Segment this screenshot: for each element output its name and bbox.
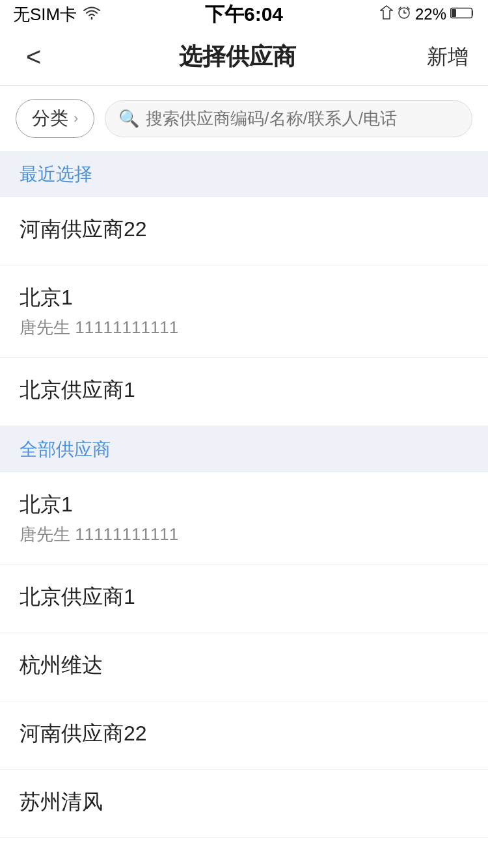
search-input[interactable] <box>146 109 459 129</box>
wifi-icon <box>82 5 102 25</box>
all-list-item[interactable]: 杭州维达 <box>0 633 488 701</box>
recent-list-item[interactable]: 河南供应商22 <box>0 197 488 265</box>
battery-text: 22% <box>415 5 446 23</box>
all-section-header: 全部供应商 <box>0 426 488 472</box>
battery-icon <box>450 5 475 23</box>
all-section-label: 全部供应商 <box>20 439 111 459</box>
all-list-item[interactable]: 苏州清风 <box>0 770 488 838</box>
item-name: 杭州维达 <box>20 651 468 680</box>
all-list-item[interactable]: 北京1唐先生 11111111111 <box>0 472 488 565</box>
location-icon <box>380 5 393 23</box>
svg-rect-2 <box>452 9 456 17</box>
category-button[interactable]: 分类 › <box>16 99 94 138</box>
item-name: 北京供应商1 <box>20 583 468 612</box>
status-time: 下午6:04 <box>205 1 283 28</box>
item-name: 河南供应商22 <box>20 720 468 748</box>
recent-list-item[interactable]: 北京1唐先生 11111111111 <box>0 265 488 358</box>
item-name: 河南供应商22 <box>20 215 468 244</box>
status-left: 无SIM卡 <box>13 3 102 26</box>
filter-bar: 分类 › 🔍 <box>0 86 488 151</box>
status-bar: 无SIM卡 下午6:04 22% <box>0 0 488 29</box>
new-action-button[interactable]: 新增 <box>427 43 468 72</box>
all-items-list: 北京1唐先生 11111111111北京供应商1杭州维达河南供应商22苏州清风 <box>0 472 488 838</box>
item-sub: 唐先生 11111111111 <box>20 523 468 546</box>
recent-section-header: 最近选择 <box>0 151 488 197</box>
chevron-right-icon: › <box>74 110 78 127</box>
item-name: 苏州清风 <box>20 788 468 817</box>
page-title: 选择供应商 <box>179 41 296 73</box>
all-list-item[interactable]: 北京供应商1 <box>0 565 488 633</box>
category-label: 分类 <box>32 106 68 131</box>
back-button[interactable]: < <box>20 36 47 78</box>
status-right: 22% <box>380 5 475 23</box>
item-sub: 唐先生 11111111111 <box>20 316 468 339</box>
search-box: 🔍 <box>105 100 472 137</box>
item-name: 北京1 <box>20 491 468 519</box>
all-list-item[interactable]: 河南供应商22 <box>0 701 488 770</box>
alarm-icon <box>397 5 411 23</box>
item-name: 北京供应商1 <box>20 376 468 405</box>
recent-items-list: 河南供应商22北京1唐先生 11111111111北京供应商1 <box>0 197 488 426</box>
carrier-text: 无SIM卡 <box>13 3 77 26</box>
recent-section-label: 最近选择 <box>20 164 92 184</box>
search-icon: 🔍 <box>118 109 139 129</box>
nav-bar: < 选择供应商 新增 <box>0 29 488 86</box>
item-name: 北京1 <box>20 284 468 312</box>
recent-list-item[interactable]: 北京供应商1 <box>0 358 488 426</box>
